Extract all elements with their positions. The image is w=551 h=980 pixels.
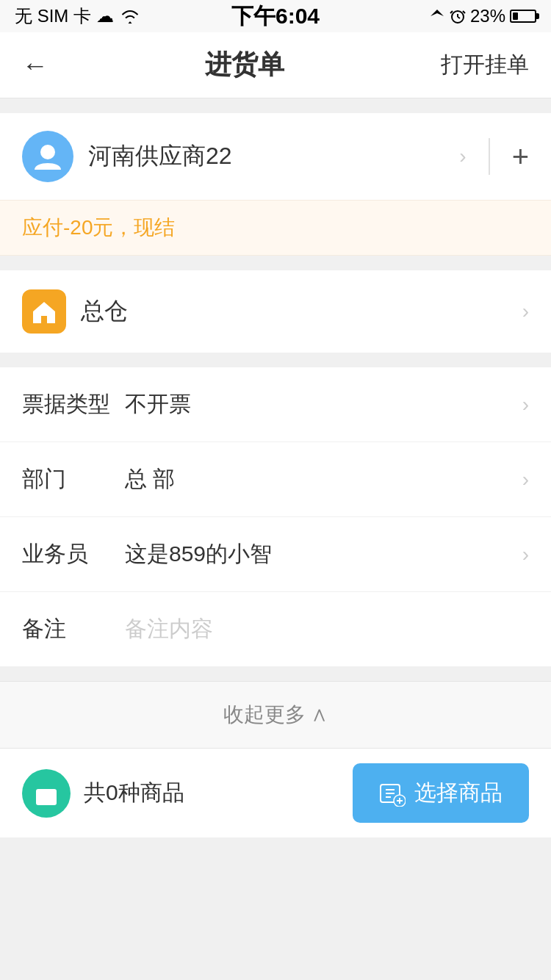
- supplier-avatar: [22, 131, 73, 182]
- signal-text: 无 SIM 卡 ☁: [15, 4, 114, 28]
- status-right: 23%: [429, 6, 536, 26]
- person-icon: [32, 140, 64, 173]
- warehouse-name: 总仓: [81, 295, 522, 328]
- info-section: 票据类型 不开票 › 部门 总 部 › 业务员 这是859的小智 › 备注 备注…: [0, 367, 551, 666]
- separator-warehouse: [0, 256, 551, 270]
- wifi-icon: [120, 8, 140, 24]
- warehouse-row[interactable]: 总仓 ›: [0, 270, 551, 353]
- warehouse-chevron-icon: ›: [522, 300, 529, 323]
- dept-value: 总 部: [125, 464, 522, 494]
- remark-label: 备注: [22, 614, 125, 644]
- product-count-area: 共0种商品: [22, 769, 184, 818]
- warehouse-section: 总仓 ›: [0, 270, 551, 353]
- status-bar: 无 SIM 卡 ☁ 下午6:04 23%: [0, 0, 551, 32]
- supplier-right: › +: [459, 138, 529, 175]
- page-title: 进货单: [205, 47, 284, 83]
- select-product-label: 选择商品: [414, 778, 503, 808]
- select-product-button[interactable]: 选择商品: [353, 763, 529, 823]
- separator-top: [0, 98, 551, 113]
- house-icon: [31, 298, 57, 325]
- notice-banner: 应付-20元，现结: [0, 200, 551, 256]
- remaining-area: [0, 837, 551, 980]
- battery-icon: [510, 10, 536, 23]
- notice-text: 应付-20元，现结: [22, 216, 175, 239]
- collapse-label: 收起更多 ∧: [223, 701, 328, 729]
- salesperson-chevron-icon: ›: [522, 543, 529, 566]
- open-pending-button[interactable]: 打开挂单: [441, 50, 529, 80]
- dept-label: 部门: [22, 464, 125, 494]
- invoice-label: 票据类型: [22, 389, 125, 419]
- bottom-bar: 共0种商品 选择商品: [0, 748, 551, 837]
- dept-row[interactable]: 部门 总 部 ›: [0, 442, 551, 517]
- supplier-row[interactable]: 河南供应商22 › +: [0, 113, 551, 200]
- invoice-chevron-icon: ›: [522, 393, 529, 417]
- remark-row[interactable]: 备注 备注内容: [0, 592, 551, 666]
- supplier-chevron-icon: ›: [459, 145, 466, 168]
- salesperson-value: 这是859的小智: [125, 539, 522, 569]
- alarm-icon: [450, 8, 466, 24]
- back-button[interactable]: ←: [22, 50, 48, 81]
- collapse-row[interactable]: 收起更多 ∧: [0, 681, 551, 748]
- status-left: 无 SIM 卡 ☁: [15, 4, 140, 28]
- invoice-value: 不开票: [125, 389, 522, 419]
- svg-rect-4: [36, 789, 57, 805]
- product-icon: [22, 769, 71, 818]
- nav-bar: ← 进货单 打开挂单: [0, 32, 551, 98]
- location-icon: [429, 8, 445, 24]
- supplier-divider: [489, 138, 490, 175]
- warehouse-icon: [22, 289, 66, 334]
- salesperson-label: 业务员: [22, 539, 125, 569]
- product-count-text: 共0种商品: [84, 778, 184, 808]
- dept-chevron-icon: ›: [522, 468, 529, 491]
- battery-percentage: 23%: [470, 6, 505, 26]
- status-time: 下午6:04: [231, 1, 320, 32]
- svg-point-3: [40, 145, 55, 159]
- add-product-icon: [379, 780, 406, 807]
- salesperson-row[interactable]: 业务员 这是859的小智 ›: [0, 517, 551, 592]
- svg-line-2: [458, 17, 460, 18]
- shopping-bag-icon: [32, 779, 61, 808]
- supplier-name: 河南供应商22: [88, 140, 459, 173]
- supplier-section: 河南供应商22 › + 应付-20元，现结: [0, 113, 551, 256]
- invoice-row[interactable]: 票据类型 不开票 ›: [0, 367, 551, 442]
- add-supplier-button[interactable]: +: [512, 140, 529, 173]
- remark-placeholder[interactable]: 备注内容: [125, 614, 529, 644]
